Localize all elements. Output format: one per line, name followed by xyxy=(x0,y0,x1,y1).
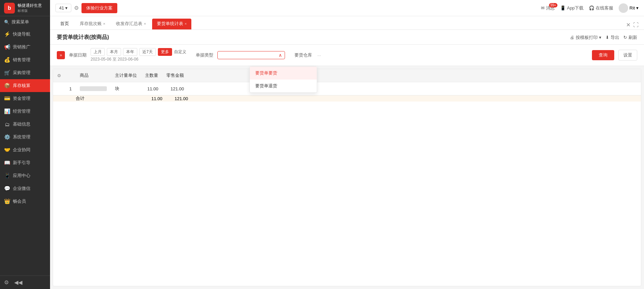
export-icon: ⬇ xyxy=(605,35,609,40)
sidebar-item-operations[interactable]: 📊 经营管理 xyxy=(0,105,50,118)
sidebar-item-guide[interactable]: 📖 新手引导 xyxy=(0,156,50,169)
fullscreen-btn[interactable]: ⛶ xyxy=(633,22,639,28)
sidebar-item-basics[interactable]: 🗂 基础信息 xyxy=(0,118,50,131)
app-download-btn[interactable]: 📱 App下载 xyxy=(560,5,583,11)
member-icon: 👑 xyxy=(4,198,10,204)
sidebar-item-label: 企业微信 xyxy=(13,185,30,192)
date-filter-label: 单据日期 xyxy=(69,52,87,58)
type-filter-chevron-icon[interactable]: ∧ xyxy=(279,52,282,58)
print-btn[interactable]: 🖨 按模板打印 ▾ xyxy=(570,35,601,41)
sidebar-item-appstore[interactable]: 📱 应用中心 xyxy=(0,169,50,182)
messages-icon: ✉ xyxy=(541,5,545,10)
tab-order-stats[interactable]: 要货单统计表 × xyxy=(152,19,191,29)
app-title: 畅捷通好生意 标准版 xyxy=(18,3,42,13)
table-row: 1 块 11.00 121.00 xyxy=(53,82,641,95)
sidebar-item-system[interactable]: ⚙️ 系统管理 xyxy=(0,131,50,143)
tabs-actions: ✕ ⛶ xyxy=(626,22,639,29)
col-seq xyxy=(65,69,76,82)
sidebar-item-label: 采购管理 xyxy=(13,70,30,76)
tab-receivables-label: 收发存汇总表 xyxy=(116,21,142,27)
topbar-left: 41 ▾ ⚙ 体验行业方案 xyxy=(55,3,537,13)
type-filter-input-wrapper[interactable]: ∧ xyxy=(217,51,285,59)
summary-amount: 121.00 xyxy=(162,95,188,102)
sidebar-item-sales[interactable]: 💰 销售管理 xyxy=(0,53,50,66)
date-range-display: 2023-05-06 至 2023-06-06 xyxy=(91,57,186,62)
messages-btn[interactable]: ✉ 消息 99+ xyxy=(541,5,555,11)
sidebar-item-label: 库存核算 xyxy=(13,83,30,89)
type-dropdown-menu: 要货单要货 要货单退货 xyxy=(249,66,317,93)
date-btn-this-month[interactable]: 本月 xyxy=(107,48,121,56)
tab-order-stats-label: 要货单统计表 xyxy=(157,21,183,27)
date-btn-more[interactable]: 更多 xyxy=(158,48,172,56)
row-seq: 1 xyxy=(65,82,76,95)
tab-inventory-batch-label: 库存批次账 xyxy=(80,21,102,27)
sidebar-item-label: 销售管理 xyxy=(13,57,30,63)
finance-icon: 💳 xyxy=(4,95,10,102)
sidebar-footer: ⚙ ◀◀ xyxy=(0,275,50,289)
warehouse-filter-dots[interactable]: ··· xyxy=(317,53,321,58)
dropdown-item-order-request[interactable]: 要货单要货 xyxy=(250,67,317,80)
tab-inventory-batch[interactable]: 库存批次账 × xyxy=(75,19,110,29)
export-btn[interactable]: ⬇ 导出 xyxy=(605,35,619,41)
collapse-sidebar-icon[interactable]: ◀◀ xyxy=(14,279,22,286)
tab-order-stats-close[interactable]: × xyxy=(185,22,187,26)
basics-icon: 🗂 xyxy=(4,121,10,127)
user-chevron-icon: ▾ xyxy=(636,5,639,10)
operations-icon: 📊 xyxy=(4,108,10,114)
topbar-gear-icon[interactable]: ⚙ xyxy=(74,5,79,11)
main-area: 41 ▾ ⚙ 体验行业方案 ✉ 消息 99+ 📱 App下载 🎧 在线客服 R xyxy=(50,0,644,289)
close-tabs-btn[interactable]: ✕ xyxy=(626,22,630,28)
store-dropdown[interactable]: 41 ▾ xyxy=(55,4,71,12)
filter-bar: » 单据日期 上月 本月 本年 近7天 更多 自定义 2023-05-06 至 … xyxy=(50,45,644,66)
customer-service-btn[interactable]: 🎧 在线客服 xyxy=(589,5,613,11)
sidebar-item-label: 新手引导 xyxy=(13,160,30,166)
col-unit: 主计量单位 xyxy=(111,69,141,82)
sidebar-item-member[interactable]: 👑 畅会员 xyxy=(0,195,50,208)
dropdown-item-order-return[interactable]: 要货单退货 xyxy=(250,80,317,92)
print-chevron-icon: ▾ xyxy=(599,35,601,40)
tab-inventory-batch-close[interactable]: × xyxy=(103,22,105,26)
purchase-icon: 🛒 xyxy=(4,70,10,76)
page-title: 要货单统计表(按商品) xyxy=(57,34,109,41)
sidebar-item-label: 系统管理 xyxy=(13,134,30,140)
col-gear[interactable]: ⚙ xyxy=(53,69,65,82)
col-quantity: 主数量 xyxy=(141,69,162,82)
date-custom-btn[interactable]: 自定义 xyxy=(174,49,186,55)
table-header-row: ⚙ 商品 主计量单位 主数量 零售金额 xyxy=(53,69,641,82)
page-header: 要货单统计表(按商品) 🖨 按模板打印 ▾ ⬇ 导出 ↻ 刷新 xyxy=(50,30,644,45)
sidebar-item-finance[interactable]: 💳 资金管理 xyxy=(0,92,50,105)
tabs-bar: 首页 库存批次账 × 收发存汇总表 × 要货单统计表 × ✕ ⛶ xyxy=(50,16,644,30)
tab-receivables-close[interactable]: × xyxy=(144,22,146,26)
col-product: 商品 xyxy=(76,69,111,82)
sidebar-item-enterprise[interactable]: 🤝 企业协同 xyxy=(0,143,50,156)
date-btn-last-7days[interactable]: 近7天 xyxy=(139,48,156,56)
sidebar-item-label: 资金管理 xyxy=(13,95,30,102)
date-btn-last-month[interactable]: 上月 xyxy=(91,48,105,56)
type-filter-label: 单据类型 xyxy=(196,52,213,58)
tab-receivables[interactable]: 收发存汇总表 × xyxy=(111,19,150,29)
row-quantity: 11.00 xyxy=(141,82,162,95)
sidebar-item-purchase[interactable]: 🛒 采购管理 xyxy=(0,66,50,79)
sidebar-item-inventory[interactable]: 📦 库存核算 xyxy=(0,79,50,92)
tab-home[interactable]: 首页 xyxy=(55,19,74,29)
sidebar-item-label: 营销推广 xyxy=(13,44,30,50)
date-btn-this-year[interactable]: 本年 xyxy=(123,48,137,56)
sidebar-item-wechat[interactable]: 💬 企业微信 xyxy=(0,182,50,195)
sidebar-search[interactable]: 🔍 搜索菜单 xyxy=(0,16,50,28)
user-info[interactable]: Rit ▾ xyxy=(619,3,639,13)
customer-service-label: 在线客服 xyxy=(596,5,613,11)
refresh-btn[interactable]: ↻ 刷新 xyxy=(623,35,637,41)
settings-btn[interactable]: 设置 xyxy=(618,50,637,61)
industry-btn[interactable]: 体验行业方案 xyxy=(81,3,117,13)
refresh-icon: ↻ xyxy=(623,35,627,40)
settings-footer-icon[interactable]: ⚙ xyxy=(4,279,9,286)
avatar xyxy=(619,3,628,13)
sidebar-item-marketing[interactable]: 📢 营销推广 xyxy=(0,41,50,53)
type-filter-input[interactable] xyxy=(220,53,279,58)
query-btn[interactable]: 查询 xyxy=(592,50,614,60)
filter-toggle-btn[interactable]: » xyxy=(57,51,65,59)
summary-quantity: 11.00 xyxy=(141,95,162,102)
system-icon: ⚙️ xyxy=(4,134,10,140)
sales-icon: 💰 xyxy=(4,57,10,63)
sidebar-item-quick-nav[interactable]: ⚡ 快捷导航 xyxy=(0,28,50,41)
